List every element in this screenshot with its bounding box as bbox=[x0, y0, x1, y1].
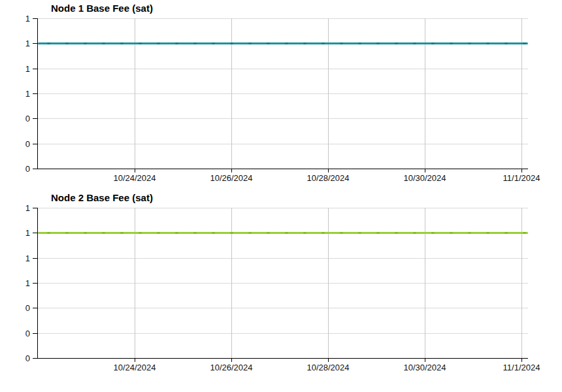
x-axis-tick bbox=[521, 358, 522, 362]
series-line bbox=[38, 232, 528, 234]
y-axis-tick bbox=[33, 43, 38, 44]
data-point-marker bbox=[175, 42, 178, 44]
y-axis-tick bbox=[33, 233, 38, 233]
y-axis-tick bbox=[33, 308, 38, 308]
series-line bbox=[38, 42, 528, 44]
horizontal-gridline bbox=[38, 144, 528, 144]
horizontal-gridline bbox=[38, 333, 528, 334]
data-point-marker bbox=[248, 232, 252, 234]
data-point-marker bbox=[413, 42, 416, 44]
data-point-marker bbox=[523, 232, 526, 234]
data-point-marker bbox=[47, 232, 50, 234]
data-point-marker bbox=[468, 232, 471, 234]
horizontal-gridline bbox=[38, 18, 528, 19]
y-axis-tick-label: 1 bbox=[4, 90, 30, 98]
plot-area: 10/24/202410/26/202410/28/202410/30/2024… bbox=[37, 18, 528, 169]
x-axis-tick bbox=[425, 358, 425, 362]
x-axis-tick bbox=[328, 358, 329, 362]
data-point-marker bbox=[267, 232, 270, 234]
x-axis-tick-label: 10/30/2024 bbox=[389, 363, 461, 372]
x-axis-tick-label: 10/26/2024 bbox=[195, 363, 267, 372]
y-axis-tick bbox=[33, 144, 38, 144]
data-point-marker bbox=[84, 42, 87, 44]
data-point-marker bbox=[193, 232, 197, 234]
vertical-gridline bbox=[231, 18, 232, 169]
data-point-marker bbox=[504, 42, 508, 44]
data-point-marker bbox=[523, 42, 526, 44]
x-axis-tick bbox=[135, 169, 135, 172]
y-axis-tick-label: 0 bbox=[4, 329, 30, 338]
data-point-marker bbox=[175, 232, 178, 234]
y-axis-tick bbox=[33, 258, 38, 259]
x-axis-tick bbox=[521, 169, 522, 172]
data-point-marker bbox=[450, 42, 453, 44]
data-point-marker bbox=[65, 232, 69, 234]
x-axis-tick-label: 10/30/2024 bbox=[389, 173, 461, 183]
chart-node2-base-fee: Node 2 Base Fee (sat) 10/24/202410/26/20… bbox=[0, 189, 562, 392]
data-point-marker bbox=[248, 42, 252, 44]
data-point-marker bbox=[65, 42, 69, 44]
vertical-gridline bbox=[135, 208, 135, 358]
data-point-marker bbox=[431, 232, 435, 234]
data-point-marker bbox=[212, 42, 215, 44]
data-point-marker bbox=[285, 232, 288, 234]
vertical-gridline bbox=[231, 208, 232, 358]
y-axis-tick-label: 1 bbox=[4, 204, 30, 212]
y-axis-tick-label: 1 bbox=[4, 279, 30, 287]
data-point-marker bbox=[303, 232, 306, 234]
vertical-gridline bbox=[521, 208, 522, 358]
data-point-marker bbox=[139, 232, 142, 234]
data-point-marker bbox=[212, 232, 215, 234]
y-axis-tick bbox=[33, 208, 38, 208]
vertical-gridline bbox=[521, 18, 522, 169]
vertical-gridline bbox=[135, 18, 135, 169]
data-point-marker bbox=[230, 232, 233, 234]
vertical-gridline bbox=[425, 208, 425, 358]
y-axis-tick-label: 0 bbox=[4, 354, 30, 363]
horizontal-gridline bbox=[38, 118, 528, 119]
x-axis-tick bbox=[328, 169, 329, 172]
horizontal-gridline bbox=[38, 69, 528, 69]
horizontal-gridline bbox=[38, 283, 528, 284]
x-axis-tick bbox=[231, 169, 232, 172]
data-point-marker bbox=[303, 42, 306, 44]
data-point-marker bbox=[139, 42, 142, 44]
data-point-marker bbox=[267, 42, 270, 44]
x-axis-tick-label: 10/26/2024 bbox=[195, 173, 267, 183]
horizontal-gridline bbox=[38, 93, 528, 94]
y-axis-tick-label: 0 bbox=[4, 114, 30, 123]
y-axis-tick bbox=[33, 69, 38, 69]
x-axis-tick-label: 10/24/2024 bbox=[99, 363, 171, 372]
data-point-marker bbox=[340, 42, 343, 44]
chart-title: Node 2 Base Fee (sat) bbox=[51, 192, 153, 203]
data-point-marker bbox=[486, 232, 489, 234]
y-axis-tick-label: 1 bbox=[4, 14, 30, 23]
data-point-marker bbox=[358, 232, 361, 234]
horizontal-gridline bbox=[38, 308, 528, 308]
x-axis-tick bbox=[231, 358, 232, 362]
chart-node1-base-fee: Node 1 Base Fee (sat) 10/24/202410/26/20… bbox=[0, 0, 562, 189]
data-point-marker bbox=[120, 232, 124, 234]
data-point-marker bbox=[102, 232, 105, 234]
base-fee-charts-panel: Node 1 Base Fee (sat) 10/24/202410/26/20… bbox=[0, 0, 562, 392]
y-axis-tick bbox=[33, 283, 38, 284]
data-point-marker bbox=[340, 232, 343, 234]
data-point-marker bbox=[376, 42, 380, 44]
y-axis-tick-label: 1 bbox=[4, 65, 30, 73]
vertical-gridline bbox=[328, 208, 329, 358]
x-axis-tick-label: 10/24/2024 bbox=[99, 173, 171, 183]
plot-area: 10/24/202410/26/202410/28/202410/30/2024… bbox=[37, 208, 528, 359]
y-axis-tick-label: 1 bbox=[4, 229, 30, 237]
data-point-marker bbox=[157, 232, 160, 234]
data-point-marker bbox=[413, 232, 416, 234]
chart-title: Node 1 Base Fee (sat) bbox=[51, 3, 153, 14]
data-point-marker bbox=[120, 42, 124, 44]
data-point-marker bbox=[486, 42, 489, 44]
x-axis-tick bbox=[425, 169, 425, 172]
data-point-marker bbox=[431, 42, 435, 44]
y-axis-tick-label: 1 bbox=[4, 254, 30, 263]
x-axis-tick-label: 10/28/2024 bbox=[292, 363, 364, 372]
y-axis-tick-label: 0 bbox=[4, 304, 30, 312]
vertical-gridline bbox=[328, 18, 329, 169]
data-point-marker bbox=[468, 42, 471, 44]
